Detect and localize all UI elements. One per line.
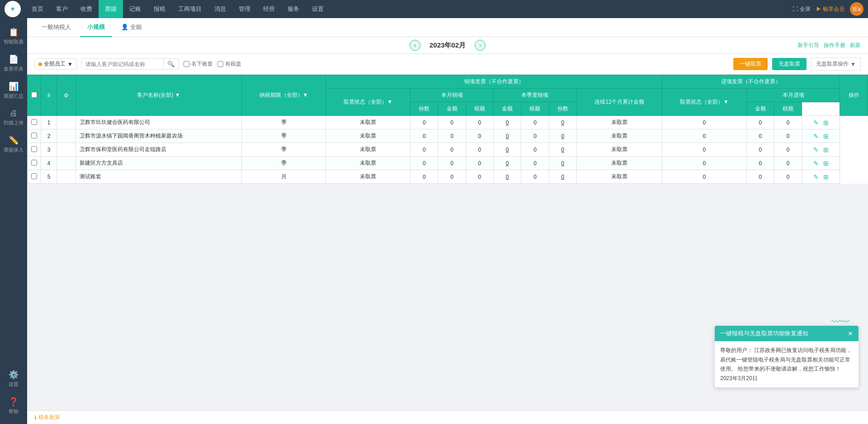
row-checkbox-cell: [28, 129, 41, 143]
period-btn-新手引导[interactable]: 新手引导: [797, 42, 819, 49]
nav-item-设置[interactable]: 设置: [306, 0, 330, 18]
sidebar-item-票据汇总[interactable]: 📊票据汇总: [0, 77, 27, 104]
nav-item-经营[interactable]: 经营: [257, 0, 281, 18]
s-quarter-amount-link[interactable]: 0: [506, 160, 509, 167]
row-customer: 卫辉市玖玖健合医药有限公司: [76, 116, 241, 129]
edit-icon[interactable]: ✎: [813, 173, 819, 181]
sidebar-item-label: 智能取票: [4, 38, 24, 45]
sidebar-item-扫描上传[interactable]: 🖨扫描上传: [0, 104, 27, 131]
row-tax-period: 季: [241, 157, 326, 170]
row-p-month-amount: 0: [746, 143, 774, 157]
nav-item-票据[interactable]: 票据: [99, 0, 123, 18]
row-checkbox[interactable]: [31, 173, 37, 179]
sidebar-bottom-设置[interactable]: ⚙️设置: [9, 365, 19, 392]
row-checkbox[interactable]: [31, 133, 37, 138]
tax-policy-link[interactable]: ℹ 税务政策: [34, 414, 60, 421]
period-next-btn[interactable]: ›: [475, 40, 486, 51]
select-all-checkbox[interactable]: [31, 92, 37, 98]
row-tax-period: 月: [241, 170, 326, 184]
s-quarter-amount-link[interactable]: 0: [506, 133, 509, 139]
row-s-12month: 0: [549, 116, 576, 129]
one-click-ticket-btn[interactable]: 一键取票: [733, 58, 768, 70]
no-disk-ops-btn[interactable]: 无盘取票操作 ▼: [811, 57, 861, 71]
nav-item-服务[interactable]: 服务: [281, 0, 306, 18]
tab-一般纳税人[interactable]: 一般纳税人: [34, 18, 78, 37]
view-icon[interactable]: ⊞: [823, 146, 829, 153]
employee-selector[interactable]: 全部员工 ▼: [34, 58, 77, 70]
tab-小规模[interactable]: 小规模: [80, 18, 112, 37]
row-s-month-shares: 0: [410, 129, 438, 143]
sidebar-bottom-label: 帮助: [9, 408, 19, 415]
s-12month-link[interactable]: 0: [561, 147, 564, 153]
row-s-month-tax: 0: [466, 129, 493, 143]
sidebar-icon: 📋: [9, 27, 19, 37]
s-12month-link[interactable]: 0: [561, 174, 564, 180]
dropdown-arrow-icon: ▼: [850, 61, 856, 67]
row-checkbox[interactable]: [31, 160, 37, 166]
member-btn[interactable]: ▶ 畅享会员: [816, 5, 844, 13]
nav-item-记账[interactable]: 记账: [123, 0, 147, 18]
row-s-quarter-amount: 0: [494, 157, 521, 170]
nav-item-消息[interactable]: 消息: [208, 0, 232, 18]
notification-wave-icon: 〰〰: [831, 317, 849, 327]
nav-item-首页[interactable]: 首页: [25, 0, 50, 18]
sidebar-item-智能取票[interactable]: 📋智能取票: [0, 23, 27, 50]
s-quarter-amount-link[interactable]: 0: [506, 174, 509, 180]
edit-icon[interactable]: ✎: [813, 119, 819, 126]
row-s-quarter-tax: 0: [521, 170, 549, 184]
tax-policy-label: 税务政策: [38, 414, 60, 421]
edit-icon[interactable]: ✎: [813, 160, 819, 167]
s-quarter-amount-link[interactable]: 0: [506, 147, 509, 153]
notification-body: 尊敬的用户： 江苏政务网已恢复访问电子税务局功能，易代账一键登陆电子税务局与无盘…: [715, 341, 859, 387]
row-checkbox[interactable]: [31, 146, 37, 152]
row-s-month-tax: 0: [466, 157, 493, 170]
edit-icon[interactable]: ✎: [813, 133, 819, 140]
row-num: 4: [41, 157, 57, 170]
view-icon[interactable]: ⊞: [823, 119, 829, 126]
period-prev-btn[interactable]: ‹: [410, 40, 420, 51]
nav-right: ⛶ 全屏 ▶ 畅享会员 tEa: [793, 2, 863, 16]
row-p-month-tax: 0: [774, 143, 802, 157]
row-customer: 新建区方方文具店: [76, 157, 241, 170]
th-p-month-tax: 税额: [774, 102, 802, 116]
edit-icon[interactable]: ✎: [813, 146, 819, 153]
row-s-month-amount: 0: [438, 157, 466, 170]
row-p-month-tax: 0: [774, 116, 802, 129]
notification-header: 一键报税与无盘取票功能恢复通知 ✕: [715, 326, 859, 341]
row-s-quarter-amount: 0: [494, 129, 521, 143]
period-btn-操作手册[interactable]: 操作手册: [824, 42, 845, 49]
sidebar-bottom-帮助[interactable]: ❓帮助: [9, 392, 19, 419]
search-button[interactable]: 🔍: [163, 59, 179, 69]
sidebar-icon: 🖨: [9, 109, 18, 118]
nav-item-工商项目[interactable]: 工商项目: [172, 0, 208, 18]
s-12month-link[interactable]: 0: [561, 160, 564, 167]
tab-全能[interactable]: 👤全能: [114, 18, 149, 37]
period-btn-刷新[interactable]: 刷新: [850, 42, 861, 49]
row-checkbox[interactable]: [31, 119, 37, 125]
s-12month-link[interactable]: 0: [561, 133, 564, 139]
s-12month-link[interactable]: 0: [561, 119, 564, 126]
s-quarter-amount-link[interactable]: 0: [506, 119, 509, 126]
table-row: 4 新建区方方文具店 季 未取票 0 0 0 0 0 0 未取票 0 0 0 ✎…: [28, 157, 868, 170]
no-disk-ticket-btn[interactable]: 无盘取票: [772, 58, 807, 70]
nav-item-客户[interactable]: 客户: [50, 0, 74, 18]
nav-item-收费[interactable]: 收费: [74, 0, 99, 18]
view-icon[interactable]: ⊞: [823, 173, 829, 181]
row-checkbox-cell: [28, 170, 41, 184]
row-s-12month: 0: [549, 170, 576, 184]
invoice-table: # ⚙ 客户名称(全部) ▼ 纳税期限（全部）▼ 销项发票（不合作废票） 进项发…: [27, 75, 868, 184]
employee-selector-label: 全部员工: [44, 60, 66, 68]
fullscreen-btn[interactable]: ⛶ 全屏: [793, 5, 810, 13]
sidebar-item-发票开具[interactable]: 📄发票开具: [0, 50, 27, 77]
name-account-checkbox[interactable]: 名下账套: [184, 60, 213, 68]
view-icon[interactable]: ⊞: [823, 133, 829, 140]
sidebar-item-票据录入[interactable]: ✏️票据录入: [0, 131, 27, 158]
has-taxdisk-checkbox[interactable]: 有税盘: [217, 60, 241, 68]
view-icon[interactable]: ⊞: [823, 160, 829, 167]
avatar[interactable]: tEa: [850, 2, 863, 16]
search-input[interactable]: [82, 59, 163, 69]
nav-item-报税[interactable]: 报税: [147, 0, 172, 18]
notification-close-btn[interactable]: ✕: [848, 330, 853, 337]
nav-item-管理[interactable]: 管理: [232, 0, 257, 18]
row-s-quarter-amount: 0: [494, 143, 521, 157]
